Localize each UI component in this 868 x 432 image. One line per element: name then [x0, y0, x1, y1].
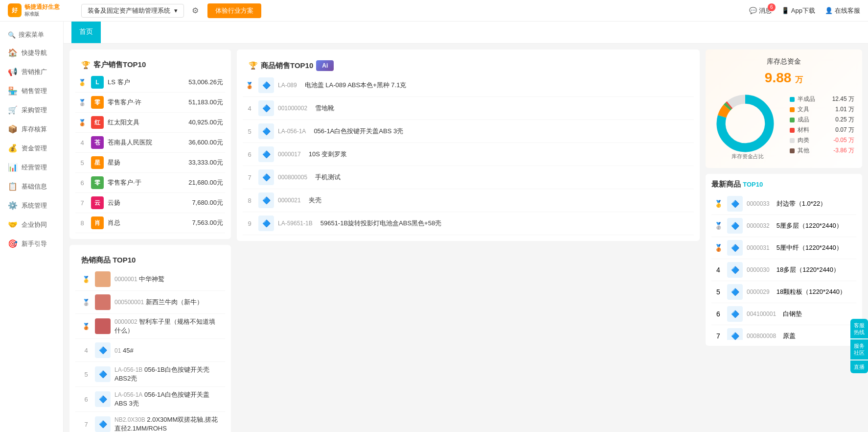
legend-dot	[790, 118, 795, 122]
online-service-label: 在线客服	[835, 6, 860, 15]
nav-icon: 🏠	[8, 48, 18, 57]
customer-amount: 7,680.00元	[192, 198, 223, 207]
system-selector[interactable]: 装备及固定资产辅助管理系统 ▾	[81, 4, 184, 18]
hot-products-panel: 热销商品 TOP10 🥇 0000001 中华神鹫 🥈 000500001 新西…	[69, 245, 231, 432]
inventory-amount: 9.88 万	[713, 70, 854, 86]
product-info: 0000002 智利车子里（规格不知道填什么）	[114, 317, 219, 335]
rank-number: 4	[245, 105, 254, 112]
product-thumbnail: 🔷	[95, 342, 111, 358]
rank-number: 🥇	[81, 276, 91, 283]
newest-product-row: 🥈 🔷 0000032 5厘多层（1220*2440）	[711, 215, 856, 237]
sidebar-item-资金管理[interactable]: 💰资金管理	[0, 139, 63, 158]
product-name: 18颗粒板（1220*2440）	[777, 288, 846, 296]
trial-button[interactable]: 体验行业方案	[207, 3, 261, 18]
customer-rank-row: 8 肖 肖总 7,563.00元	[75, 213, 225, 233]
rank-number: 7	[245, 174, 254, 181]
rank-icon: 🥇	[713, 200, 723, 208]
sidebar: 🔍 搜索菜单 🏠快捷导航📢营销推广🏪销售管理🛒采购管理📦库存核算💰资金管理📊经营…	[0, 22, 64, 432]
hot-product-row: 6 🔷 LA-056-1A 056-1A白色按键开关盖ABS 3壳	[75, 387, 225, 412]
product-sale-name: 雪地靴	[315, 104, 692, 113]
float-btn-community[interactable]: 服务社区	[850, 339, 868, 360]
inventory-legend: 半成品 12.45 万 文具 1.01 万 成品 0.25 万 材料 0.07 …	[790, 95, 854, 157]
search-menu[interactable]: 🔍 搜索菜单	[0, 26, 63, 43]
sidebar-item-采购管理[interactable]: 🛒采购管理	[0, 100, 63, 120]
hot-product-list: 🥇 0000001 中华神鹫 🥈 000500001 新西兰牛肉（新牛） 🥉 0…	[75, 268, 225, 432]
customer-amount: 51,183.00元	[188, 98, 223, 107]
customer-name: 苍南县人民医院	[108, 138, 184, 147]
header-right: 💬 消息 6 📱 App下载 👤 在线客服	[749, 6, 860, 15]
product-thumbnail: 🔷	[727, 240, 743, 256]
product-sale-name: 59651-1B旋转投影灯电池盒ABS黑色+58壳	[320, 219, 692, 228]
sidebar-item-企业协同[interactable]: 🤝企业协同	[0, 215, 63, 234]
tab-home[interactable]: 首页	[71, 22, 101, 43]
customer-ranking-panel: 🏆 客户销售TOP10 🥇 L LS 客户 53,006.26元 🥈 零 零售客…	[69, 49, 231, 432]
product-code: 0000017	[278, 151, 301, 158]
product-thumbnail	[95, 294, 111, 310]
sidebar-item-经营管理[interactable]: 📊经营管理	[0, 158, 63, 177]
customer-rank-row: 7 云 云扬 7,680.00元	[75, 193, 225, 213]
product-sales-title: 🏆 商品销售TOP10 Ai	[249, 60, 334, 71]
customer-panel-title: 🏆 客户销售TOP10	[81, 60, 146, 70]
product-code: 0000029	[747, 288, 770, 295]
product-code: 0000032	[747, 222, 770, 229]
rank-number: 🥉	[245, 82, 254, 89]
sidebar-item-新手引导[interactable]: 🎯新手引导	[0, 234, 63, 253]
product-sales-row: 7 🔷 000800005 手机测试	[243, 166, 694, 189]
customer-avatar: 零	[91, 96, 104, 109]
product-code: 004100001	[747, 311, 776, 317]
float-btn-hotline[interactable]: 客服热线	[850, 319, 868, 339]
sidebar-item-系统管理[interactable]: ⚙️系统管理	[0, 196, 63, 215]
rank-number: 5	[77, 159, 87, 167]
product-info: 000500001 新西兰牛肉（新牛）	[114, 298, 219, 307]
sidebar-item-销售管理[interactable]: 🏪销售管理	[0, 81, 63, 100]
app-download-label: App下载	[791, 6, 815, 15]
legend-value: 1.01 万	[835, 105, 854, 114]
customer-amount: 53,006.26元	[188, 78, 223, 87]
product-name: 45#	[123, 347, 134, 354]
newest-product-row: 4 🔷 0000030 18多层（1220*2440）	[711, 259, 856, 281]
product-sales-row: 8 🔷 0000021 夹壳	[243, 189, 694, 212]
float-btn-live[interactable]: 直播	[850, 360, 868, 373]
customer-name: 零售客户·许	[108, 98, 184, 107]
customer-avatar: 肖	[91, 216, 104, 229]
product-name: 封边带（1.0*22）	[777, 199, 827, 208]
hot-products-title-text: 热销商品 TOP10	[81, 256, 136, 265]
product-code: LA-056-1B	[114, 366, 142, 373]
product-code: LA-089	[278, 82, 297, 89]
search-icon: 🔍	[8, 31, 16, 39]
newest-title-text: 最新商品	[711, 180, 741, 188]
customer-amount: 7,563.00元	[192, 218, 223, 227]
newest-top10-label: TOP10	[743, 181, 763, 188]
rank-icon: 4	[713, 266, 723, 274]
customer-rank-row: 6 零 零售客户·于 21,680.00元	[75, 173, 225, 193]
customer-rank-list: 🥇 L LS 客户 53,006.26元 🥈 零 零售客户·许 51,183.0…	[75, 72, 225, 233]
legend-dot	[790, 138, 795, 143]
legend-item: 半成品 12.45 万	[790, 95, 854, 103]
settings-button[interactable]: ⚙	[188, 3, 203, 18]
online-service-item[interactable]: 👤 在线客服	[825, 6, 860, 15]
customer-rank-row: 🥈 零 零售客户·许 51,183.00元	[75, 93, 225, 113]
sidebar-item-营销推广[interactable]: 📢营销推广	[0, 62, 63, 81]
legend-value: -0.05 万	[833, 136, 854, 144]
legend-name: 材料	[798, 126, 832, 134]
message-item[interactable]: 💬 消息 6	[749, 6, 772, 15]
customer-name: 星扬	[108, 158, 184, 167]
product-sales-row: 4 🔷 001000002 雪地靴	[243, 97, 694, 120]
rank-number: 4	[81, 347, 91, 354]
sidebar-item-基础信息[interactable]: 📋基础信息	[0, 177, 63, 196]
dropdown-icon: ▾	[174, 7, 178, 14]
product-thumbnail: 🔷	[95, 416, 111, 432]
rank-number: 🥈	[81, 299, 91, 306]
customer-avatar: 云	[91, 196, 104, 209]
inventory-panel: 库存总资金 9.88 万	[706, 49, 862, 168]
legend-item: 材料 0.07 万	[790, 126, 854, 134]
newest-list: 🥇 🔷 0000033 封边带（1.0*22） 🥈 🔷 0000032 5厘多层…	[711, 193, 856, 340]
logo-icon: 好	[8, 3, 22, 17]
main-content: 首页 🏆 客户销售TOP10 🥇 L LS 客户 53,006.26元 🥈 零	[64, 22, 868, 432]
app-download-item[interactable]: 📱 App下载	[781, 6, 815, 15]
product-sale-name: 056-1A白色按键开关盖ABS 3壳	[314, 127, 692, 136]
sidebar-item-库存核算[interactable]: 📦库存核算	[0, 120, 63, 139]
product-name: 18多层（1220*2440）	[777, 265, 840, 274]
sidebar-item-快捷导航[interactable]: 🏠快捷导航	[0, 43, 63, 62]
product-sales-list: 🥉 🔷 LA-089 电池盖 LA-089 ABS本色+黑种 7.1克 4 🔷 …	[243, 74, 694, 235]
